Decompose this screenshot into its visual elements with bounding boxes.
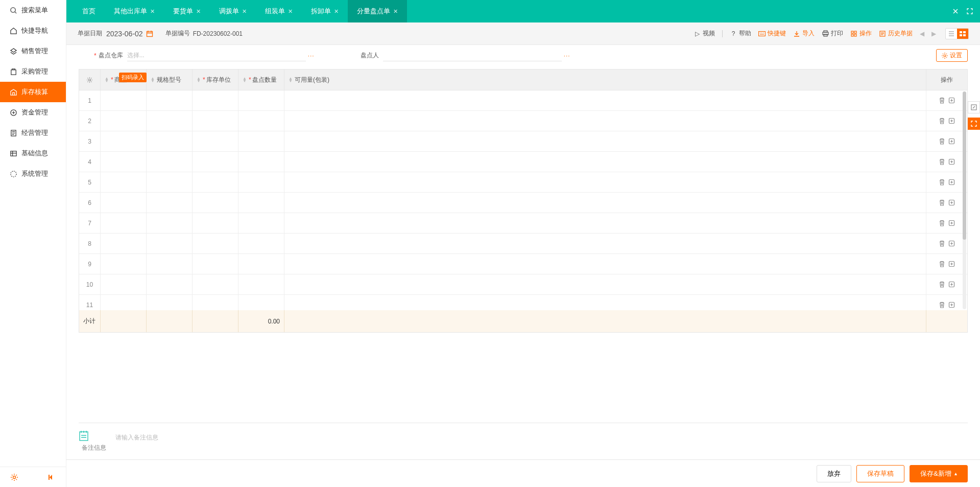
save-draft-button[interactable]: 保存草稿 — [856, 465, 904, 482]
rail-fullscreen-icon[interactable] — [968, 118, 980, 130]
td-qty[interactable] — [238, 111, 284, 131]
tab-home[interactable]: 首页 — [73, 0, 105, 22]
table-row[interactable]: 11 — [79, 295, 967, 310]
td-qty[interactable] — [238, 90, 284, 110]
rail-expand-icon[interactable] — [968, 101, 980, 113]
sidebar-item-sales[interactable]: 销售管理 — [0, 41, 66, 61]
th-qty[interactable]: ▲▼*盘点数量 — [238, 69, 284, 90]
tab-transfer[interactable]: 调拨单✕ — [210, 0, 256, 22]
view-list-icon[interactable] — [946, 29, 957, 39]
td-qty[interactable] — [238, 172, 284, 192]
td-unit[interactable] — [193, 172, 238, 192]
td-qty[interactable] — [238, 131, 284, 151]
td-product[interactable] — [101, 234, 147, 253]
add-row-icon[interactable] — [948, 138, 955, 145]
td-spec[interactable] — [147, 234, 193, 253]
table-row[interactable]: 7 — [79, 213, 967, 234]
calendar-icon[interactable] — [146, 30, 153, 37]
td-product[interactable] — [101, 274, 147, 294]
sidebar-item-system[interactable]: 系统管理 — [0, 164, 66, 184]
checker-more-icon[interactable]: ··· — [564, 52, 570, 59]
th-product[interactable]: ▲▼*商品扫码录入 — [101, 69, 147, 90]
td-unit[interactable] — [193, 131, 238, 151]
sidebar-item-quicknav[interactable]: 快捷导航 — [0, 20, 66, 41]
td-qty[interactable] — [238, 274, 284, 294]
td-product[interactable] — [101, 213, 147, 233]
delete-row-icon[interactable] — [939, 220, 945, 226]
td-unit[interactable] — [193, 193, 238, 213]
add-row-icon[interactable] — [948, 158, 955, 165]
close-icon[interactable]: ✕ — [334, 8, 339, 15]
sidebar-item-mgmt[interactable]: 经营管理 — [0, 123, 66, 143]
close-icon[interactable]: ✕ — [393, 8, 398, 15]
td-spec[interactable] — [147, 152, 193, 172]
td-product[interactable] — [101, 193, 147, 213]
td-spec[interactable] — [147, 193, 193, 213]
prev-page-icon[interactable]: ◀ — [920, 30, 924, 37]
table-row[interactable]: 9 — [79, 254, 967, 274]
td-qty[interactable] — [238, 254, 284, 274]
td-spec[interactable] — [147, 90, 193, 110]
table-row[interactable]: 5 — [79, 172, 967, 193]
warehouse-more-icon[interactable]: ··· — [308, 52, 315, 59]
discard-button[interactable]: 放弃 — [817, 465, 851, 482]
settings-button[interactable]: 设置 — [936, 49, 968, 62]
tab-requisition[interactable]: 要货单✕ — [164, 0, 210, 22]
collapse-icon[interactable] — [47, 474, 56, 480]
hotkey-button[interactable]: 快捷键 — [758, 29, 786, 38]
video-button[interactable]: ▷视频 — [694, 29, 715, 38]
date-value[interactable]: 2023-06-02 — [106, 30, 143, 38]
delete-row-icon[interactable] — [939, 240, 945, 247]
td-unit[interactable] — [193, 254, 238, 274]
td-unit[interactable] — [193, 234, 238, 253]
th-unit[interactable]: ▲▼*库存单位 — [193, 69, 238, 90]
td-product[interactable] — [101, 90, 147, 110]
tab-other-out[interactable]: 其他出库单✕ — [105, 0, 164, 22]
remark-input[interactable] — [109, 430, 968, 451]
close-icon[interactable]: ✕ — [288, 8, 293, 15]
tab-weight-stocktake[interactable]: 分量盘点单✕ — [348, 0, 407, 22]
add-row-icon[interactable] — [948, 240, 955, 247]
delete-row-icon[interactable] — [939, 302, 945, 308]
scrollbar[interactable] — [963, 91, 966, 309]
td-product[interactable] — [101, 131, 147, 151]
td-qty[interactable] — [238, 152, 284, 172]
td-qty[interactable] — [238, 193, 284, 213]
td-spec[interactable] — [147, 213, 193, 233]
td-spec[interactable] — [147, 172, 193, 192]
view-card-icon[interactable] — [957, 29, 968, 39]
tab-close-all-icon[interactable] — [948, 0, 963, 22]
th-spec[interactable]: ▲▼规格型号 — [147, 69, 193, 90]
td-qty[interactable] — [238, 295, 284, 310]
delete-row-icon[interactable] — [939, 281, 945, 288]
sidebar-item-fund[interactable]: 资金管理 — [0, 102, 66, 123]
checker-input[interactable] — [383, 50, 562, 61]
close-icon[interactable]: ✕ — [242, 8, 247, 15]
td-product[interactable] — [101, 111, 147, 131]
td-unit[interactable] — [193, 295, 238, 310]
delete-row-icon[interactable] — [939, 138, 945, 145]
sidebar-item-search[interactable]: 搜索菜单 — [0, 0, 66, 20]
td-product[interactable] — [101, 152, 147, 172]
td-spec[interactable] — [147, 131, 193, 151]
delete-row-icon[interactable] — [939, 261, 945, 267]
operate-button[interactable]: 操作 — [850, 29, 872, 38]
td-product[interactable] — [101, 172, 147, 192]
close-icon[interactable]: ✕ — [150, 8, 155, 15]
add-row-icon[interactable] — [948, 179, 955, 185]
table-row[interactable]: 6 — [79, 193, 967, 213]
td-unit[interactable] — [193, 90, 238, 110]
table-row[interactable]: 8 — [79, 234, 967, 254]
add-row-icon[interactable] — [948, 261, 955, 267]
tab-disassemble[interactable]: 拆卸单✕ — [302, 0, 348, 22]
help-button[interactable]: ?帮助 — [730, 29, 751, 38]
table-row[interactable]: 10 — [79, 274, 967, 295]
td-product[interactable] — [101, 254, 147, 274]
delete-row-icon[interactable] — [939, 158, 945, 165]
add-row-icon[interactable] — [948, 97, 955, 104]
table-row[interactable]: 2 — [79, 111, 967, 131]
table-row[interactable]: 1 — [79, 90, 967, 111]
td-qty[interactable] — [238, 234, 284, 253]
add-row-icon[interactable] — [948, 118, 955, 124]
sidebar-item-inventory[interactable]: 库存核算 — [0, 82, 66, 102]
